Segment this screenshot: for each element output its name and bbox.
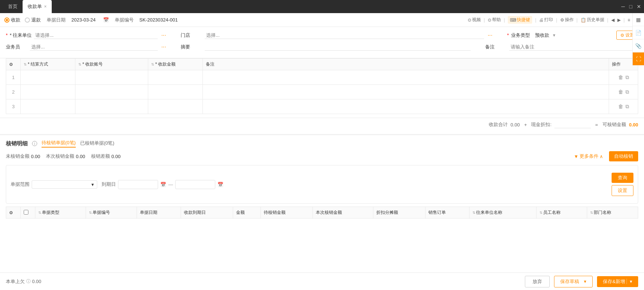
row3-remark[interactable] — [203, 99, 609, 114]
sidebar-attach-icon[interactable]: 📎 — [633, 39, 644, 52]
row2-remark[interactable] — [203, 85, 609, 99]
table-header-row: ⚙ ⇅ * 结算方式 ⇅ * 收款账号 ⇅ * 收款金额 — [6, 59, 638, 70]
row2-amount[interactable] — [148, 85, 203, 99]
th-doc-number: ⇅单据编号 — [86, 207, 137, 219]
row1-remark[interactable] — [203, 70, 609, 85]
sort-icon: ⇅ — [38, 211, 41, 215]
sidebar-doc-icon[interactable]: 📄 — [633, 26, 644, 39]
receipt-refund-radio: 收款 退款 — [4, 17, 41, 23]
save-draft-dropdown-icon[interactable]: ▾ — [581, 279, 586, 284]
expand-icon: ⛶ — [636, 56, 641, 62]
history-icon: 📋 — [581, 17, 586, 23]
range-select[interactable]: ▾ — [32, 180, 97, 189]
history-action[interactable]: 📋 历史单据 — [581, 17, 604, 23]
video-action[interactable]: ⊙ 视频 — [468, 17, 481, 23]
store-more-icon[interactable]: ··· — [488, 32, 492, 39]
pending-tab[interactable]: 待核销单据(0笔) — [42, 140, 76, 148]
footer-info-icon[interactable]: ⓘ — [26, 278, 31, 285]
row1-settle[interactable] — [21, 70, 75, 85]
row2-settle[interactable] — [21, 85, 75, 99]
date-range-field: 到期日 2022-04-01 📅 — 2022-04-12 📅 — [102, 180, 223, 189]
verifiable-label: 可核销金额 — [602, 121, 626, 128]
delete-row-icon[interactable]: 🗑 — [618, 74, 623, 81]
calendar-to-icon[interactable]: 📅 — [217, 182, 223, 187]
delete-row-icon[interactable]: 🗑 — [618, 103, 623, 110]
row-num-3: 3 — [6, 99, 21, 114]
salesperson-more-icon[interactable]: ··· — [161, 44, 166, 50]
table-settings-col[interactable]: ⚙ — [6, 59, 21, 70]
filter-icon: ▼ — [574, 154, 578, 159]
row3-settle[interactable] — [21, 99, 75, 114]
save-new-dropdown-icon[interactable]: ▾ — [627, 279, 632, 284]
close-tab-icon[interactable]: × — [44, 4, 47, 9]
shortcut-action[interactable]: ⌨ 快捷键 — [508, 16, 532, 24]
select-all-checkbox[interactable] — [24, 210, 28, 215]
tab-receipt[interactable]: 收款单 × — [23, 0, 52, 13]
writeoff-header: 核销明细 i 待核销单据(0笔) 已核销单据(0笔) — [6, 140, 638, 148]
date-from-input[interactable]: 2022-04-01 — [118, 180, 158, 189]
summary-row: 收款合计 0.00 + 现金折扣: = 可核销金额 0.00 — [0, 118, 644, 131]
current-writeoff-value: 0.00 — [76, 154, 85, 159]
maximize-btn[interactable]: □ — [629, 4, 632, 9]
sidebar-expand-icon[interactable]: ⛶ — [633, 52, 644, 66]
btable-settings-col[interactable]: ⚙ — [6, 207, 21, 219]
save-draft-button[interactable]: 保存草稿 ▾ — [554, 276, 593, 287]
remark-input[interactable] — [509, 43, 638, 51]
diff-value: 0.00 — [111, 154, 121, 159]
counterpart-input[interactable] — [34, 32, 157, 39]
due-date-label: 到期日 — [102, 181, 116, 188]
discount-input[interactable] — [554, 121, 591, 128]
salesperson-input[interactable] — [30, 43, 158, 51]
biz-type-dropdown-icon[interactable]: ▾ — [553, 32, 555, 38]
form-row-2: 业务员 ··· 摘要 备注 — [6, 43, 638, 51]
business-type-field: * 业务类型 预收款 ▾ ⚙ 设置 — [507, 31, 638, 40]
row3-amount[interactable] — [148, 99, 203, 114]
receipt-radio-dot — [4, 17, 9, 23]
tab-home[interactable]: 首页 — [3, 0, 23, 13]
refund-radio[interactable]: 退款 — [25, 17, 41, 23]
receipt-radio[interactable]: 收款 — [4, 17, 20, 23]
copy-row-icon[interactable]: ⧉ — [625, 89, 629, 95]
calendar-icon[interactable]: 📅 — [103, 17, 109, 23]
operate-action[interactable]: ⚙ 操作 — [560, 17, 574, 23]
list-view-icon[interactable]: ≡ — [628, 17, 630, 23]
chevron-down-icon: ▾ — [91, 182, 94, 187]
copy-row-icon[interactable]: ⧉ — [625, 103, 629, 110]
summary-input[interactable] — [205, 43, 471, 51]
more-filter-btn[interactable]: ▼ 更多条件 ∧ — [574, 153, 603, 160]
writeoff-info-icon[interactable]: i — [32, 141, 37, 146]
close-btn[interactable]: ✕ — [637, 4, 641, 9]
nav-prev-icon[interactable]: ◀ — [611, 17, 614, 23]
date-to-input[interactable]: 2022-04-12 — [175, 180, 215, 189]
date-value: 2023-03-24 — [71, 17, 96, 23]
footer: 本单上欠 ⓘ 0.00 放弃 保存草稿 ▾ 保存&新增 ▾ — [0, 273, 644, 290]
auto-writeoff-button[interactable]: 自动核销 — [609, 151, 638, 161]
sidebar-table-icon[interactable]: ▦ — [633, 13, 644, 26]
counterpart-more-icon[interactable]: ··· — [161, 32, 166, 39]
salesperson-field: 业务员 ··· — [6, 43, 166, 51]
store-input[interactable] — [205, 32, 484, 39]
row1-account[interactable] — [75, 70, 148, 85]
copy-row-icon[interactable]: ⧉ — [625, 74, 629, 81]
biz-type-label: * 业务类型 — [507, 32, 530, 39]
nav-next-icon[interactable]: ▶ — [617, 17, 621, 23]
row3-account[interactable] — [75, 99, 148, 114]
help-action[interactable]: ⊙ 帮助 — [488, 17, 501, 23]
discard-button[interactable]: 放弃 — [525, 276, 550, 287]
current-writeoff-stat: 本次核销金额 0.00 — [46, 153, 85, 160]
row1-amount[interactable] — [148, 70, 203, 85]
row2-account[interactable] — [75, 85, 148, 99]
number-label: 单据编号 — [115, 17, 134, 23]
row-num-1: 1 — [6, 70, 21, 85]
sort-icon: ⇅ — [151, 62, 154, 66]
query-settings-col: 查询 设置 — [612, 173, 633, 196]
th-pending-amount: 待核销金额 — [261, 207, 313, 219]
minimize-btn[interactable]: ─ — [621, 4, 625, 9]
query-button[interactable]: 查询 — [612, 173, 633, 183]
print-action[interactable]: 🖨 打印 — [539, 17, 553, 23]
delete-row-icon[interactable]: 🗑 — [618, 89, 623, 95]
calendar-from-icon[interactable]: 📅 — [160, 182, 166, 187]
save-new-button[interactable]: 保存&新增 ▾ — [597, 276, 638, 287]
completed-tab[interactable]: 已核销单据(0笔) — [80, 140, 114, 147]
writeoff-settings-button[interactable]: 设置 — [612, 185, 633, 196]
